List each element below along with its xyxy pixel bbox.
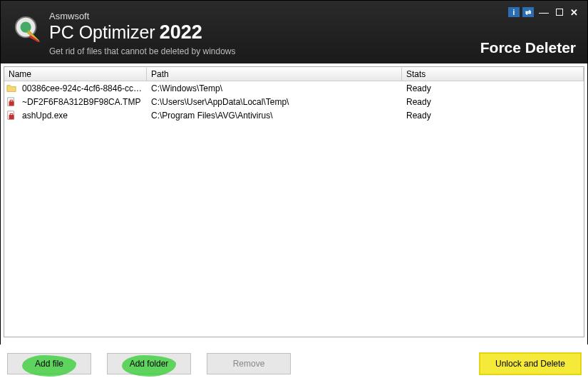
- unlock-delete-button[interactable]: Unlock and Delete: [480, 353, 581, 374]
- language-icon[interactable]: ⇄: [522, 7, 534, 17]
- toolbar: Add file Add folder Remove Unlock and De…: [0, 344, 588, 383]
- table-row[interactable]: ~DF2F6F8A312B9F98CA.TMPC:\Users\User\App…: [4, 95, 584, 108]
- cell-stats: Ready: [402, 83, 584, 94]
- product-year: 2022: [160, 21, 202, 44]
- maximize-button[interactable]: [556, 9, 563, 16]
- brand-label: Asmwsoft: [49, 11, 576, 21]
- info-icon[interactable]: i: [508, 7, 520, 17]
- cell-stats: Ready: [402, 110, 584, 121]
- file-locked-icon: [6, 111, 16, 121]
- window-controls: i ⇄ — ✕: [508, 6, 580, 18]
- list-header: Name Path Stats: [4, 67, 584, 81]
- minimize-button[interactable]: —: [537, 6, 551, 18]
- table-row[interactable]: ashUpd.exeC:\Program Files\AVG\Antivirus…: [4, 108, 584, 122]
- cell-name: ashUpd.exe: [18, 110, 147, 121]
- column-header-path[interactable]: Path: [147, 68, 402, 81]
- column-header-stats[interactable]: Stats: [402, 68, 584, 81]
- feature-title: Force Deleter: [480, 39, 576, 56]
- file-locked-icon: [6, 97, 16, 107]
- product-name: PC Optimizer: [49, 22, 155, 43]
- cell-path: C:\Windows\Temp\: [147, 83, 402, 94]
- table-row[interactable]: 00386cee-924c-4cf6-8846-ccab2...C:\Windo…: [4, 81, 584, 95]
- file-list[interactable]: Name Path Stats 00386cee-924c-4cf6-8846-…: [4, 66, 584, 337]
- cell-name: ~DF2F6F8A312B9F98CA.TMP: [18, 96, 147, 108]
- add-file-button[interactable]: Add file: [7, 353, 91, 374]
- app-header: Asmwsoft PC Optimizer 2022 Get rid of fi…: [1, 1, 587, 63]
- cell-name: 00386cee-924c-4cf6-8846-ccab2...: [18, 83, 147, 94]
- cell-path: C:\Users\User\AppData\Local\Temp\: [147, 96, 402, 108]
- add-folder-button[interactable]: Add folder: [107, 353, 191, 374]
- cell-stats: Ready: [402, 96, 584, 108]
- cell-path: C:\Program Files\AVG\Antivirus\: [147, 110, 402, 121]
- folder-icon: [6, 83, 16, 93]
- close-button[interactable]: ✕: [568, 7, 580, 18]
- remove-button[interactable]: Remove: [207, 353, 291, 374]
- app-logo-icon: [14, 15, 41, 42]
- column-header-name[interactable]: Name: [4, 68, 147, 81]
